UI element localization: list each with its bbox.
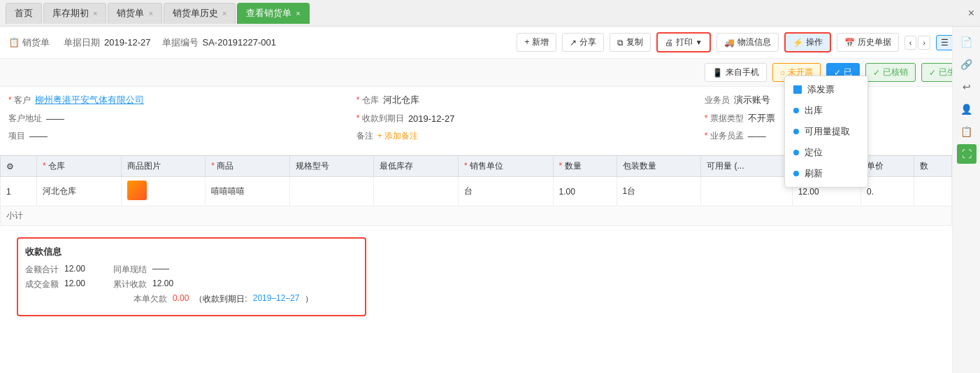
dropdown-add-invoice[interactable]: 添发票 bbox=[785, 79, 867, 100]
sidebar-doc-icon[interactable]: 📄 bbox=[957, 32, 977, 52]
nav-arrows: ‹ › bbox=[905, 36, 930, 50]
list-view-btn[interactable]: ☰ bbox=[936, 35, 953, 50]
add-note-button[interactable]: + 添加备注 bbox=[377, 130, 418, 142]
copy-icon: ⧉ bbox=[617, 38, 624, 48]
doc-meta: 单据日期 2019-12-27 单据编号 SA-20191227-001 bbox=[64, 36, 276, 49]
payment-title: 收款信息 bbox=[25, 246, 358, 258]
new-button[interactable]: + 新增 bbox=[517, 33, 556, 52]
deal-label: 成交金额 bbox=[25, 279, 59, 290]
add-invoice-label: 添发票 bbox=[807, 83, 835, 96]
tab-sales[interactable]: 销货单 × bbox=[108, 3, 161, 24]
outbound-icon bbox=[793, 108, 799, 113]
sidebar-expand-icon[interactable]: ⛶ bbox=[957, 144, 977, 164]
salesperson-label: 业务员孟 bbox=[705, 130, 744, 142]
project-value: —— bbox=[29, 131, 48, 141]
payment-row-2: 成交金额 12.00 累计收款 12.00 bbox=[25, 279, 358, 290]
sidebar-clipboard-icon[interactable]: 📋 bbox=[957, 122, 977, 141]
tab-view-sales-close[interactable]: × bbox=[296, 9, 300, 17]
subtotal-label: 小计 bbox=[1, 206, 952, 226]
checked-icon: ✓ bbox=[873, 68, 880, 78]
history-button[interactable]: 📅 历史单据 bbox=[837, 33, 899, 52]
total-value: 12.00 bbox=[64, 264, 85, 276]
salesperson-value: —— bbox=[748, 131, 766, 141]
tab-sales-history[interactable]: 销货单历史 × bbox=[164, 3, 236, 24]
employee-value: 演示账号 bbox=[734, 94, 770, 106]
cell-price: 0. bbox=[861, 177, 914, 206]
unchecked-icon: ○ bbox=[780, 68, 785, 78]
col-min-stock: 最低库存 bbox=[374, 156, 459, 177]
warehouse-field: 仓库 河北仓库 bbox=[356, 94, 691, 106]
col-pkg-qty: 包装数量 bbox=[617, 156, 701, 177]
outbound-label: 出库 bbox=[805, 104, 823, 117]
tab-inventory-label: 库存期初 bbox=[52, 7, 89, 20]
note-field: 备注 + 添加备注 bbox=[356, 130, 691, 142]
share-button[interactable]: ↗ 分享 bbox=[562, 33, 604, 52]
tab-inventory-init[interactable]: 库存期初 × bbox=[43, 3, 106, 24]
customer-label: 客户 bbox=[8, 94, 31, 106]
product-thumbnail bbox=[127, 181, 147, 200]
cell-warehouse: 河北仓库 bbox=[36, 177, 121, 206]
tab-home[interactable]: 首页 bbox=[6, 3, 42, 24]
cell-available bbox=[701, 177, 793, 206]
same-order-item: 同单现结 —— bbox=[113, 264, 169, 276]
tab-sales-history-close[interactable]: × bbox=[222, 9, 226, 17]
right-sidebar: 📄 🔗 ↩ 👤 📋 ⛶ bbox=[952, 27, 980, 373]
from-phone-button[interactable]: 📱 来自手机 bbox=[705, 63, 767, 82]
next-arrow[interactable]: › bbox=[918, 36, 930, 50]
checked-badge[interactable]: ✓ 已核销 bbox=[865, 63, 916, 82]
tab-inventory-close[interactable]: × bbox=[93, 9, 97, 17]
copy-button[interactable]: ⧉ 复制 bbox=[610, 33, 651, 52]
dropdown-outbound[interactable]: 出库 bbox=[785, 100, 867, 121]
due-date-note: 2019–12–27 bbox=[253, 293, 300, 305]
from-phone-label: 来自手机 bbox=[726, 66, 759, 78]
doc-title: 📋 销货单 bbox=[8, 36, 50, 49]
col-price: 单价 bbox=[861, 156, 914, 177]
cell-pkg-qty: 1台 bbox=[617, 177, 701, 206]
col-warehouse: * 仓库 bbox=[36, 156, 121, 177]
col-settings[interactable]: ⚙ bbox=[1, 156, 37, 177]
due-item: 本单欠款 0.00 （收款到期日: 2019–12–27） bbox=[134, 293, 313, 305]
project-field: 项目 —— bbox=[8, 130, 343, 142]
due-value: 0.00 bbox=[173, 293, 189, 305]
dropdown-menu: 添发票 出库 可用量提取 定位 刷新 bbox=[784, 76, 868, 188]
dropdown-refresh[interactable]: 刷新 bbox=[785, 163, 867, 184]
doc-type-label: 销货单 bbox=[22, 36, 50, 49]
doc-number-value: SA-20191227-001 bbox=[203, 37, 277, 48]
global-close-button[interactable]: × bbox=[968, 7, 974, 20]
warehouse-label: 仓库 bbox=[356, 94, 379, 106]
total-item: 金额合计 12.00 bbox=[25, 264, 85, 276]
logistics-button[interactable]: 🚚 物流信息 bbox=[716, 33, 779, 52]
customer-value[interactable]: 柳州粤港平安气体有限公司 bbox=[35, 94, 144, 106]
tab-bar: 首页 库存期初 × 销货单 × 销货单历史 × 查看销货单 × × bbox=[0, 0, 980, 27]
share-label: 分享 bbox=[579, 36, 596, 48]
print-button[interactable]: 🖨 打印 ▼ bbox=[656, 32, 711, 52]
warehouse-value: 河北仓库 bbox=[383, 94, 419, 106]
doc-date-label: 单据日期 bbox=[64, 36, 100, 49]
due-note: （收款到期日: bbox=[194, 293, 247, 305]
dropdown-locate[interactable]: 定位 bbox=[785, 142, 867, 163]
total-label: 金额合计 bbox=[25, 264, 59, 276]
main-content: 📋 销货单 单据日期 2019-12-27 单据编号 SA-20191227-0… bbox=[0, 27, 980, 373]
accumulated-item: 累计收款 12.00 bbox=[113, 279, 173, 290]
new-label: + 新增 bbox=[524, 36, 548, 48]
tab-sales-close[interactable]: × bbox=[148, 9, 152, 17]
doc-number-item: 单据编号 SA-20191227-001 bbox=[162, 36, 277, 49]
dropdown-available-qty[interactable]: 可用量提取 bbox=[785, 121, 867, 142]
sidebar-return-icon[interactable]: ↩ bbox=[957, 77, 977, 97]
copy-label: 复制 bbox=[626, 36, 643, 48]
phone-icon: 📱 bbox=[712, 68, 723, 78]
payment-section: 收款信息 金额合计 12.00 同单现结 —— 成交金额 12.00 bbox=[0, 226, 980, 328]
doc-type-icon: 📋 bbox=[8, 37, 20, 48]
cell-min-stock bbox=[374, 177, 459, 206]
operate-button[interactable]: ⚡ 操作 bbox=[784, 32, 831, 52]
sidebar-user-icon[interactable]: 👤 bbox=[957, 99, 977, 119]
ticket-label: 票据类型 bbox=[705, 113, 744, 125]
due-date-value: 2019-12-27 bbox=[408, 113, 455, 124]
tab-view-sales[interactable]: 查看销货单 × bbox=[237, 3, 309, 24]
operate-label: 操作 bbox=[806, 36, 823, 48]
accumulated-value: 12.00 bbox=[152, 279, 173, 290]
cell-product-img bbox=[121, 177, 206, 206]
prev-arrow[interactable]: ‹ bbox=[905, 36, 917, 50]
due-date-label: 收款到期日 bbox=[356, 113, 404, 125]
sidebar-link-icon[interactable]: 🔗 bbox=[957, 55, 977, 74]
